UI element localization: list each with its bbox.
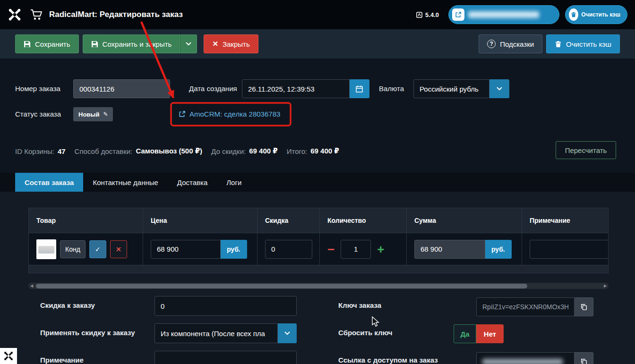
close-icon: ✕ bbox=[212, 40, 218, 48]
save-button[interactable]: Сохранить bbox=[15, 34, 79, 53]
currency-select[interactable]: Российский рубль bbox=[413, 79, 509, 98]
copy-link-button[interactable] bbox=[575, 352, 593, 364]
pencil-icon: ✎ bbox=[103, 111, 108, 118]
currency-dropdown-toggle[interactable] bbox=[489, 79, 509, 98]
quantity-input[interactable] bbox=[341, 240, 371, 259]
toolbar-right: ? Подсказки Очистить кэш bbox=[479, 34, 620, 53]
discount-cell bbox=[257, 233, 320, 265]
question-icon: ? bbox=[487, 40, 496, 48]
calendar-button[interactable] bbox=[350, 79, 369, 98]
reset-key-no-option[interactable]: Нет bbox=[476, 324, 504, 343]
trash-icon bbox=[569, 8, 578, 21]
sum-cell: руб. bbox=[407, 233, 522, 265]
topbar-clear-cache-label: Очистить кэш bbox=[581, 11, 620, 18]
sum-input[interactable] bbox=[414, 240, 485, 259]
currency-label: Валюта bbox=[379, 85, 404, 93]
save-icon bbox=[24, 41, 31, 48]
save-label: Сохранить bbox=[35, 40, 70, 48]
note-input[interactable] bbox=[530, 240, 609, 259]
blurred-site-name bbox=[468, 11, 539, 18]
close-icon: ✕ bbox=[116, 245, 121, 253]
trash-icon bbox=[555, 41, 562, 48]
topbar-right: 5.4.0 Очистить кэш bbox=[416, 5, 627, 24]
subtotal-value: 69 400 ₽ bbox=[249, 147, 277, 155]
quantity-minus-button[interactable]: − bbox=[327, 243, 335, 255]
scrollbar-thumb[interactable] bbox=[36, 284, 527, 288]
tab-logs[interactable]: Логи bbox=[217, 173, 251, 192]
order-discount-input[interactable] bbox=[154, 296, 297, 316]
site-preview-button[interactable] bbox=[448, 5, 559, 24]
col-price: Цена bbox=[143, 208, 257, 233]
cart-id-value: 47 bbox=[58, 147, 66, 155]
topbar-clear-cache-button[interactable]: Очистить кэш bbox=[565, 5, 627, 24]
version-number: 5.4.0 bbox=[425, 11, 439, 18]
table-row: Конд ✓ ✕ руб. bbox=[29, 233, 609, 265]
order-number-input[interactable] bbox=[73, 79, 170, 98]
products-table: Товар Цена Скидка Количество Сумма Приме… bbox=[28, 208, 609, 273]
tab-shipping[interactable]: Доставка bbox=[168, 173, 217, 192]
quantity-plus-button[interactable]: + bbox=[377, 243, 384, 255]
note-cell bbox=[522, 233, 609, 265]
cart-id-label: ID Корзины: bbox=[15, 147, 54, 155]
total-value: 69 400 ₽ bbox=[310, 147, 339, 155]
currency-value: Российский рубль bbox=[413, 79, 489, 98]
recalculate-button[interactable]: Пересчитать bbox=[556, 141, 616, 159]
tab-contact-data[interactable]: Контактные данные bbox=[83, 173, 167, 192]
save-icon bbox=[91, 41, 98, 48]
check-icon: ✓ bbox=[95, 245, 101, 253]
joomla-version: 5.4.0 bbox=[416, 11, 439, 18]
tab-order-items[interactable]: Состав заказа bbox=[15, 173, 83, 192]
hints-button[interactable]: ? Подсказки bbox=[479, 34, 542, 53]
order-key-input[interactable] bbox=[476, 297, 575, 316]
col-product: Товар bbox=[29, 208, 143, 233]
col-note: Примечание bbox=[522, 208, 609, 233]
order-status-badge[interactable]: Новый ✎ bbox=[73, 107, 113, 121]
scroll-right-arrow-icon[interactable]: ▶ bbox=[602, 283, 609, 289]
external-link-icon bbox=[452, 8, 464, 21]
sum-currency-suffix: руб. bbox=[485, 240, 512, 259]
scroll-left-arrow-icon[interactable]: ◀ bbox=[28, 283, 35, 289]
status-value: Новый bbox=[78, 111, 99, 118]
save-and-close-button[interactable]: Сохранить и закрыть bbox=[83, 34, 180, 53]
calendar-icon bbox=[356, 85, 363, 93]
order-key-label: Ключ заказа bbox=[338, 301, 381, 309]
external-link-icon bbox=[179, 110, 186, 118]
product-remove-button[interactable]: ✕ bbox=[110, 240, 127, 258]
col-sum: Сумма bbox=[407, 208, 522, 233]
col-discount: Скидка bbox=[257, 208, 320, 233]
discount-input[interactable] bbox=[265, 240, 312, 259]
corner-joomla-logo bbox=[0, 348, 17, 364]
product-name-button[interactable]: Конд bbox=[60, 240, 86, 258]
apply-discount-dropdown-toggle[interactable] bbox=[278, 323, 297, 343]
clear-cache-label: Очистить кэш bbox=[566, 40, 611, 48]
close-button[interactable]: ✕ Закрыть bbox=[204, 34, 258, 53]
admin-topbar: RadicalMart: Редактировать заказ 5.4.0 bbox=[0, 0, 635, 29]
scrollbar-track[interactable] bbox=[35, 283, 602, 289]
apply-discount-select[interactable]: Из компонента (После всех пла bbox=[154, 323, 297, 343]
clear-cache-button[interactable]: Очистить кэш bbox=[546, 34, 620, 53]
horizontal-scrollbar[interactable]: ◀ ▶ bbox=[28, 283, 609, 289]
copy-icon bbox=[581, 358, 587, 364]
product-check-button[interactable]: ✓ bbox=[89, 240, 106, 258]
copy-key-button[interactable] bbox=[575, 297, 593, 316]
save-options-dropdown-toggle[interactable] bbox=[180, 34, 197, 53]
access-link-label: Ссылка с доступом на заказ bbox=[338, 356, 438, 364]
reset-key-toggle: Да Нет bbox=[454, 324, 504, 343]
reset-key-yes-option[interactable]: Да bbox=[454, 324, 476, 343]
created-date-label: Дата создания bbox=[189, 85, 237, 93]
apply-discount-label: Применять скидку к заказу bbox=[40, 329, 135, 337]
order-summary-bar: ID Корзины: 47 Способ доставки: Самовыво… bbox=[15, 141, 620, 161]
chevron-down-icon bbox=[186, 42, 191, 46]
shipping-value: Самовывоз (500 ₽) bbox=[136, 147, 202, 155]
order-key-group bbox=[476, 297, 593, 316]
created-date-input[interactable] bbox=[242, 79, 350, 98]
hints-label: Подсказки bbox=[500, 40, 534, 48]
order-note-input[interactable] bbox=[154, 351, 297, 364]
amocrm-link-text: AmoCRM: сделка 28036783 bbox=[189, 110, 280, 118]
access-link-input[interactable] bbox=[476, 352, 575, 364]
price-input[interactable] bbox=[151, 240, 221, 259]
quantity-cell: − + bbox=[320, 233, 407, 265]
shipping-label: Способ доставки: bbox=[75, 147, 133, 155]
blurred-access-link bbox=[482, 359, 563, 364]
amocrm-deal-link[interactable]: AmoCRM: сделка 28036783 bbox=[179, 110, 280, 118]
